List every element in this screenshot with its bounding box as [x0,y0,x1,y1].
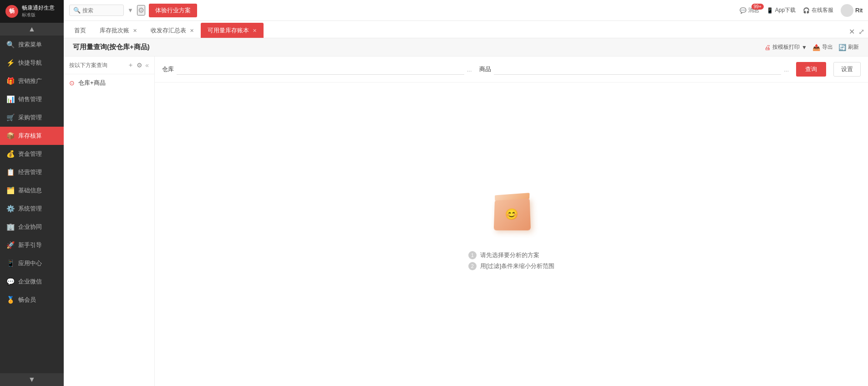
message-icon: 💬 [740,7,746,14]
sidebar-item-inventory[interactable]: 📦 库存核算 [0,127,64,145]
sidebar-item-wechat[interactable]: 💬 企业微信 [0,273,64,291]
sidebar-item-label: 系统管理 [18,205,42,213]
tab-close-batch[interactable]: ✕ [133,28,137,34]
query-button[interactable]: 查询 [796,62,826,77]
folder-icon: 🗂️ [6,186,15,195]
search-box[interactable]: 🔍 [69,5,124,16]
sidebar-item-label: 畅会员 [18,296,36,304]
scheme-label: 仓库+商品 [78,79,106,87]
sidebar-item-label: 采购管理 [18,113,42,122]
sidebar-item-label: 快捷导航 [18,59,42,67]
page-title: 可用量查询(按仓库+商品) [73,43,150,51]
empty-hint-2: 2 用[过滤]条件来缩小分析范围 [468,262,554,270]
sidebar-item-sales[interactable]: 📊 销售管理 [0,90,64,108]
main-area: 🔍 ▼ ⚙ 体验行业方案 💬 消息 99+ 📱 App下载 🎧 在线客服 Rit [64,0,868,386]
sidebar-item-system[interactable]: ⚙️ 系统管理 [0,200,64,218]
scheme-icon: ⊙ [69,79,75,87]
headset-icon: 🎧 [803,7,810,14]
rocket-icon: 🚀 [6,241,15,249]
collapse-panel-button[interactable]: « [145,61,149,69]
sidebar-item-apps[interactable]: 📱 应用中心 [0,254,64,273]
sidebar-scroll-up[interactable]: ▲ [0,23,64,36]
right-panel: 仓库 ... 商品 ... 查询 设置 1 [155,57,868,386]
sidebar-item-label: 企业微信 [18,278,42,286]
service-button[interactable]: 🎧 在线客服 [803,6,833,14]
sidebar-item-marketing[interactable]: 🎁 营销推广 [0,72,64,90]
filter-header-label: 按以下方案查询 [69,62,107,69]
sidebar-item-label: 资金管理 [18,150,42,158]
refresh-label: 刷新 [848,43,859,51]
clipboard-icon: 📋 [6,168,15,176]
search-icon: 🔍 [6,41,15,49]
message-button[interactable]: 💬 消息 99+ [740,6,759,14]
sidebar-scroll-down[interactable]: ▼ [0,373,64,386]
tab-available-label: 可用量库存账本 [208,26,249,35]
sidebar-item-search[interactable]: 🔍 搜索菜单 [0,36,64,54]
sidebar-item-operations[interactable]: 📋 经营管理 [0,163,64,181]
manage-scheme-button[interactable]: ⚙ [137,61,142,69]
tab-close-available[interactable]: ✕ [253,28,257,34]
sidebar-item-newbie[interactable]: 🚀 新手引导 [0,236,64,254]
message-badge: 99+ [751,4,764,10]
warehouse-input[interactable] [177,64,464,75]
scheme-item-warehouse[interactable]: ⊙ 仓库+商品 [64,74,154,92]
product-more-button[interactable]: ... [784,66,789,73]
app-label: App下载 [775,6,796,14]
box-icon: 📦 [6,132,15,140]
empty-state: 1 请先选择要分析的方案 2 用[过滤]条件来缩小分析范围 [155,82,868,386]
trial-button[interactable]: 体验行业方案 [149,4,197,17]
print-button[interactable]: 🖨 按模板打印 ▼ [764,43,807,51]
sidebar-title: 畅康通好生意 [22,5,55,12]
gear-icon[interactable]: ⚙ [137,5,145,15]
settings-button[interactable]: 设置 [833,62,861,77]
export-label: 导出 [822,43,833,51]
content-area: 按以下方案查询 ＋ ⚙ « ⊙ 仓库+商品 仓库 ... [64,57,868,386]
sidebar-item-basic[interactable]: 🗂️ 基础信息 [0,181,64,200]
money-icon: 💰 [6,150,15,158]
service-label: 在线客服 [812,6,833,14]
hint-num-1: 1 [468,251,477,259]
chevron-print-icon[interactable]: ▼ [802,44,807,51]
sidebar-item-label: 新手引导 [18,241,42,249]
sidebar-item-finance[interactable]: 💰 资金管理 [0,145,64,163]
tab-close-summary[interactable]: ✕ [190,28,194,34]
warehouse-filter: 仓库 ... [162,64,472,75]
tab-summary[interactable]: 收发存汇总表 ✕ [144,23,201,38]
warehouse-more-button[interactable]: ... [467,66,472,73]
product-input[interactable] [494,64,782,75]
building-icon: 🏢 [6,223,15,231]
sidebar-item-label: 应用中心 [18,259,42,268]
chevron-down-icon[interactable]: ▼ [127,7,133,14]
tab-available[interactable]: 可用量库存账本 ✕ [201,23,264,38]
sidebar-brand: 畅康通好生意 标准版 [22,5,55,18]
empty-illustration [489,198,534,244]
sidebar-item-shortcut[interactable]: ⚡ 快捷导航 [0,54,64,72]
left-panel: 按以下方案查询 ＋ ⚙ « ⊙ 仓库+商品 [64,57,155,386]
tab-home[interactable]: 首页 [67,23,93,38]
tab-summary-label: 收发存汇总表 [151,26,186,35]
cart-icon: 🛒 [6,113,15,122]
search-input[interactable] [82,7,119,14]
sidebar-header: 畅 畅康通好生意 标准版 [0,0,64,23]
user-profile[interactable]: Rit [841,4,863,17]
tab-batch[interactable]: 库存批次账 ✕ [93,23,144,38]
hint-text-1: 请先选择要分析的方案 [480,251,539,259]
sidebar-item-label: 搜索菜单 [18,41,42,49]
expand-button[interactable]: ⤢ [858,27,864,36]
topbar-right: 💬 消息 99+ 📱 App下载 🎧 在线客服 Rit [740,4,863,17]
close-tab-button[interactable]: ✕ [849,27,855,36]
home-label: 首页 [74,26,86,35]
tabs-actions: ✕ ⤢ [849,27,864,38]
sidebar-item-purchase[interactable]: 🛒 采购管理 [0,108,64,127]
medal-icon: 🏅 [6,296,15,304]
app-icon: 📱 [766,7,773,14]
sidebar-item-label: 企业协同 [18,223,42,231]
sidebar-item-enterprise[interactable]: 🏢 企业协同 [0,218,64,236]
sidebar-logo: 畅 [5,5,18,18]
warehouse-label: 仓库 [162,65,174,73]
add-scheme-button[interactable]: ＋ [127,61,134,69]
sidebar-item-member[interactable]: 🏅 畅会员 [0,291,64,309]
refresh-button[interactable]: 🔄 刷新 [838,43,859,51]
app-download-button[interactable]: 📱 App下载 [766,6,796,14]
export-button[interactable]: 📤 导出 [812,43,833,51]
